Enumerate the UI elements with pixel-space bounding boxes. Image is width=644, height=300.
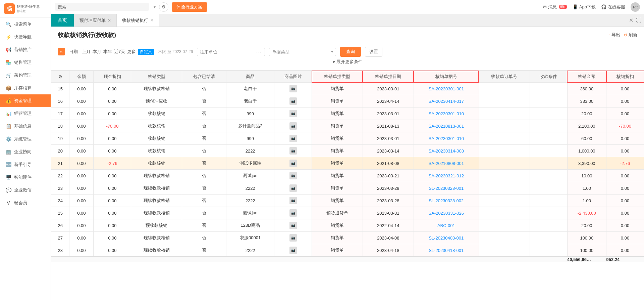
filter-last-month[interactable]: 上月 — [82, 49, 91, 55]
filter-7-days[interactable]: 近7天 — [114, 49, 125, 55]
bill-no-link[interactable]: SL-20230418-001 — [429, 248, 464, 253]
filter-bill-type-input[interactable] — [272, 49, 331, 54]
topbar-gear-btn[interactable]: ⚙ — [159, 2, 168, 12]
bill-no-link[interactable]: SL-20230408-001 — [429, 235, 464, 241]
verify-bill-no[interactable]: SL-20230418-001 — [414, 244, 479, 257]
sidebar-item-guide[interactable]: 🆕 新手引导 — [0, 158, 51, 171]
col-header-balance: 余额 — [69, 71, 94, 83]
receipt-condition — [530, 170, 567, 182]
product: 老白干 — [226, 95, 274, 108]
filter-bill-type-wrap[interactable]: ▾ — [269, 48, 336, 56]
tab-receipt[interactable]: 收款核销执行 ✕ — [117, 14, 159, 27]
sidebar-item-sales[interactable]: 🏪 销售管理 — [0, 56, 51, 69]
filter-this-month[interactable]: 本月 — [93, 49, 101, 55]
bill-no-link[interactable]: SL-20230328-001 — [429, 186, 464, 191]
sidebar-label-shortcut: 快捷导航 — [14, 34, 32, 40]
verify-bill-no[interactable]: SA-20230314-008 — [414, 145, 479, 157]
bill-no-link[interactable]: SA-20230331-026 — [428, 211, 464, 216]
bill-no-link[interactable]: SA-20230301-010 — [428, 111, 464, 116]
bill-no-link[interactable]: SA-20210808-001 — [428, 161, 464, 166]
verify-bill-no[interactable]: SA-20210813-001 — [414, 120, 479, 132]
sidebar-item-system[interactable]: ⚙️ 系统管理 — [0, 133, 51, 145]
verify-bill-no[interactable]: SA-20230301-010 — [414, 132, 479, 145]
verify-bill-no[interactable]: SL-20230408-001 — [414, 232, 479, 244]
row-no: 25 — [51, 207, 69, 219]
filter-counterparty-wrap[interactable]: ··· — [197, 48, 265, 56]
receipt-order-no — [479, 219, 530, 232]
sidebar-item-basic[interactable]: 📋 基础信息 — [0, 120, 51, 133]
bill-no-link[interactable]: SL-20230328-002 — [429, 198, 464, 203]
tab-close-btn[interactable]: ✕ — [629, 17, 633, 24]
row-no: 22 — [51, 170, 69, 182]
verify-discount: 0.00 — [606, 108, 644, 120]
page-header: 收款核销执行(按收款) ↑ 导出 ↺ 刷新 — [51, 27, 644, 43]
topbar-search-wrap[interactable] — [55, 3, 149, 11]
sidebar-item-operation[interactable]: 📊 经营管理 — [0, 107, 51, 120]
verify-bill-no[interactable]: SA-20210808-001 — [414, 157, 479, 170]
topbar-search-input[interactable] — [58, 4, 146, 9]
filter-query-btn[interactable]: 查询 — [340, 47, 361, 57]
sidebar-item-purchase[interactable]: 🛒 采购管理 — [0, 69, 51, 82]
verify-bill-no[interactable]: SL-20230328-002 — [414, 195, 479, 207]
filter-settings-btn[interactable]: 设置 — [365, 47, 382, 57]
sidebar-item-finance[interactable]: 💰 资金管理 — [0, 94, 51, 107]
bill-no-link[interactable]: SA-20230321-012 — [428, 173, 464, 178]
verify-bill-no[interactable]: SL-20230328-001 — [414, 182, 479, 195]
sidebar-item-enterprise[interactable]: 🏢 企业协同 — [0, 145, 51, 158]
topbar-service-item[interactable]: 🎧 在线客服 — [601, 4, 625, 10]
filter-expand-more-btn[interactable]: ▾ 展开更多条件 — [333, 59, 363, 65]
tab-close-receipt[interactable]: ✕ — [150, 18, 154, 23]
refresh-btn[interactable]: ↺ 刷新 — [624, 32, 637, 38]
filter-expand-btn[interactable]: » — [58, 48, 65, 55]
verify-bill-no[interactable]: SA-20230321-012 — [414, 170, 479, 182]
bill-no-link[interactable]: SA-20230301-001 — [428, 86, 464, 91]
included-settled: 否 — [182, 170, 226, 182]
sidebar-item-marketing[interactable]: 📢 营销推广 — [0, 43, 51, 56]
filter-counterparty-dots[interactable]: ··· — [256, 49, 262, 54]
filter-more-dates[interactable]: 更多 — [127, 49, 136, 55]
verify-bill-no[interactable]: SA-20230414-017 — [414, 95, 479, 108]
topbar-msg-item[interactable]: ✉ 消息 99+ — [543, 4, 567, 10]
tab-label-receipt: 收款核销执行 — [122, 17, 148, 24]
verify-bill-no[interactable]: SA-20230301-001 — [414, 83, 479, 95]
row-no: 23 — [51, 182, 69, 195]
topbar-msg-badge: 99+ — [559, 5, 567, 9]
verify-bill-no[interactable]: SA-20230331-026 — [414, 207, 479, 219]
sidebar-item-wechat[interactable]: 💬 企业微信 — [0, 184, 51, 197]
verify-bill-no[interactable]: ABC-001 — [414, 219, 479, 232]
included-settled: 否 — [182, 244, 226, 257]
verify-type: 现续收款核销 — [131, 83, 182, 95]
verify-amount: 60.00 — [567, 132, 606, 145]
sidebar-item-search[interactable]: 🔍 搜索菜单 — [0, 18, 51, 31]
filter-counterparty-input[interactable] — [200, 49, 256, 54]
tab-home[interactable]: 首页 — [51, 14, 74, 27]
bill-no-link[interactable]: SA-20230301-010 — [428, 136, 464, 141]
filter-date-links: 上月 本月 本年 近7天 更多 自定义 — [82, 49, 154, 55]
topbar-user-avatar[interactable]: Rit — [631, 2, 640, 12]
bill-no-link[interactable]: SA-20210813-001 — [428, 124, 464, 129]
bill-no-link[interactable]: SA-20230414-017 — [428, 99, 464, 104]
balance: 0.00 — [69, 244, 94, 257]
col-header-verify_discount: 核销折扣 — [606, 71, 644, 83]
topbar-app-item[interactable]: 📱 App下载 — [573, 4, 596, 10]
sidebar-item-inventory[interactable]: 📦 库存核算 — [0, 82, 51, 94]
topbar-solution-btn[interactable]: 体验行业方案 — [172, 2, 207, 12]
filter-this-year[interactable]: 本年 — [103, 49, 112, 55]
export-btn[interactable]: ↑ 导出 — [608, 32, 621, 38]
product-img-thumb: 📷 — [289, 160, 297, 167]
bill-no-link[interactable]: SA-20230314-008 — [428, 148, 464, 154]
topbar-chevron-icon[interactable]: ▾ — [154, 5, 156, 9]
bill-no-link[interactable]: ABC-001 — [437, 223, 455, 228]
tab-close-advance[interactable]: ✕ — [108, 18, 111, 23]
tab-expand-btn[interactable]: ⛶ — [636, 17, 641, 24]
filter-custom-date[interactable]: 自定义 — [138, 49, 154, 55]
sidebar-item-member[interactable]: V 畅会员 — [0, 197, 51, 209]
footer-total-discount: 952.24 — [606, 257, 644, 262]
search-icon: 🔍 — [5, 21, 11, 27]
sidebar-item-shortcut[interactable]: ⚡ 快捷导航 — [0, 31, 51, 43]
tab-advance[interactable]: 预付冲应付单 ✕ — [74, 14, 117, 27]
sidebar-item-hardware[interactable]: 🖥️ 智能硬件 — [0, 171, 51, 184]
filter-bill-type-chevron[interactable]: ▾ — [331, 49, 333, 54]
product: 2222 — [226, 244, 274, 257]
verify-bill-no[interactable]: SA-20230301-010 — [414, 108, 479, 120]
